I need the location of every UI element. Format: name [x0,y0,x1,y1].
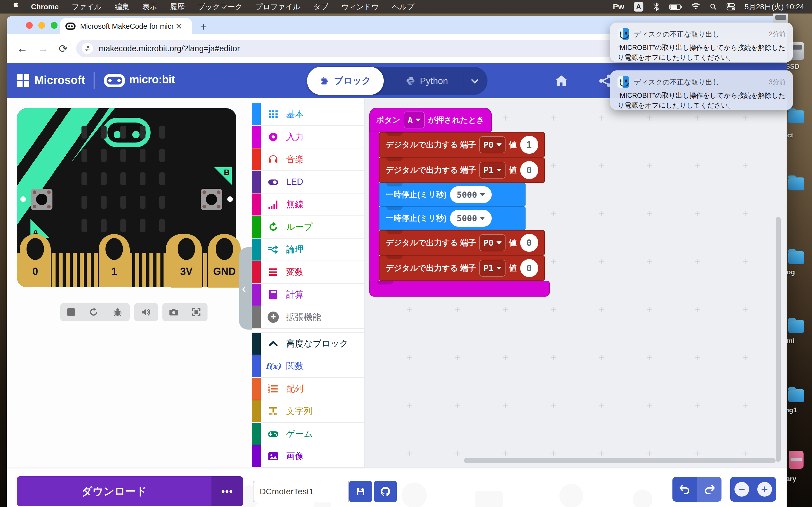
menu-item-history[interactable]: 履歴 [170,2,185,12]
value-socket[interactable]: 1 [520,136,538,154]
block-digital-write[interactable]: デジタルで出力する 端子 P0 値 0 [379,230,545,256]
download-button[interactable]: ダウンロード [17,476,211,506]
github-button[interactable] [374,481,397,502]
notification-disk-eject-1[interactable]: ディスクの不正な取り出し 2分前 “MICROBIT”の取り出し操作をしてから接… [610,22,793,62]
value-socket[interactable]: 0 [520,161,538,179]
control-center-icon[interactable] [726,3,735,10]
back-icon[interactable]: ← [17,43,28,55]
browser-tab[interactable]: Microsoft MakeCode for micr ✕ [60,18,192,34]
desktop-label[interactable]: og [786,268,795,276]
desktop-folder-icon[interactable] [788,389,804,402]
zoom-in-button[interactable]: + [757,482,772,497]
event-block-spine[interactable] [369,132,379,281]
zoom-window-button[interactable] [51,22,57,29]
desktop-folder-icon[interactable] [788,177,804,190]
menu-item-window[interactable]: ウィンドウ [342,2,379,12]
pin-gnd[interactable]: GND [208,234,241,288]
toolbox-item-radio[interactable]: 無線 [252,193,364,216]
pin-3v[interactable]: 3V [171,234,202,288]
bluetooth-off-icon[interactable] [653,3,660,11]
forward-icon[interactable]: → [38,43,49,55]
spotlight-icon[interactable] [710,3,717,10]
microbit-simulator-board[interactable]: A B 0 1 2 [17,108,236,287]
button-b[interactable] [201,189,222,210]
site-settings-icon[interactable] [82,43,93,54]
led-matrix[interactable] [82,126,165,232]
pin-dropdown[interactable]: P1 [479,260,505,277]
toolbox-item-game[interactable]: ゲーム [252,423,364,445]
pause-value-dropdown[interactable]: 5000 [450,210,492,227]
undo-button[interactable] [672,477,697,502]
button-dropdown[interactable]: A [404,112,424,128]
toolbox-item-images[interactable]: 画像 [252,445,364,467]
close-window-button[interactable] [26,22,33,29]
block-pause[interactable]: 一時停止(ミリ秒) 5000 [379,183,525,207]
input-source-icon[interactable]: A [634,2,644,11]
menu-item-chrome[interactable]: Chrome [31,3,59,11]
volume-icon[interactable] [141,307,151,318]
save-button[interactable] [349,481,372,502]
toolbox-item-variables[interactable]: 変数 [252,261,364,284]
pin-dropdown[interactable]: P1 [479,162,505,179]
battery-icon[interactable] [669,4,682,10]
menu-item-edit[interactable]: 編集 [115,2,130,12]
reload-icon[interactable]: ⟳ [59,43,68,55]
menu-item-tab[interactable]: タブ [313,2,328,12]
toolbox-item-basic[interactable]: 基本 [252,103,364,126]
zoom-out-button[interactable]: − [734,482,749,497]
pin-dropdown[interactable]: P0 [479,234,505,251]
value-socket[interactable]: 0 [520,234,538,252]
desktop-label[interactable]: ary [786,475,796,483]
block-digital-write[interactable]: デジタルで出力する 端子 P1 値 0 [379,256,545,281]
wifi-icon[interactable] [692,3,700,10]
toolbox-item-text[interactable]: 文字列 [252,400,364,423]
toolbox-item-functions[interactable]: f(x) 関数 [252,355,364,378]
desktop-folder-icon[interactable] [788,320,804,333]
download-more-button[interactable]: ••• [211,476,243,506]
toolbox-item-arrays[interactable]: 123 配列 [252,378,364,400]
chevron-down-icon[interactable] [470,76,479,86]
pin-0[interactable]: 0 [20,234,51,287]
minimize-window-button[interactable] [38,22,45,29]
block-pause[interactable]: 一時停止(ミリ秒) 5000 [379,207,525,230]
pin-1[interactable]: 1 [99,234,130,287]
vertical-scrollbar[interactable] [776,217,781,462]
toolbox-item-input[interactable]: 入力 [252,126,364,149]
restart-icon[interactable] [88,307,99,318]
event-block-button-pressed[interactable]: ボタン A が押されたとき [369,108,492,132]
value-socket[interactable]: 0 [520,259,538,277]
toolbox-item-advanced[interactable]: 高度なブロック [252,333,364,355]
apple-logo-icon[interactable] [12,3,20,11]
fullscreen-icon[interactable] [191,307,202,318]
onepassword-icon[interactable]: Pw [613,2,624,11]
tab-blocks[interactable]: ブロック [307,67,384,95]
desktop-book-icon[interactable] [789,451,804,469]
notification-disk-eject-2[interactable]: ディスクの不正な取り出し 3分前 “MICROBIT”の取り出し操作をしてから接… [610,70,793,110]
url-text[interactable]: makecode.microbit.org/?lang=ja#editor [99,44,240,53]
tab-close-icon[interactable]: ✕ [175,21,183,31]
toolbox-item-extensions[interactable]: 拡張機能 [252,306,364,329]
debug-icon[interactable] [112,307,123,318]
desktop-label[interactable]: ng1 [785,406,797,414]
desktop-folder-icon[interactable] [788,110,804,123]
event-block-foot[interactable] [369,281,550,297]
pause-value-dropdown[interactable]: 5000 [450,186,492,203]
tab-python[interactable]: Python [392,67,462,95]
stop-icon[interactable] [67,308,75,316]
menu-item-help[interactable]: ヘルプ [392,2,414,12]
project-name-input[interactable] [253,481,349,502]
pin-dropdown[interactable]: P0 [479,136,505,153]
button-a[interactable] [31,189,52,210]
desktop-label[interactable]: mi [786,337,795,345]
menu-clock[interactable]: 5月28日(火) 10:24 [745,2,804,12]
horizontal-scrollbar[interactable] [464,458,776,463]
menu-item-bookmarks[interactable]: ブックマーク [198,2,243,12]
desktop-label[interactable]: SSD [785,62,799,70]
toolbox-item-led[interactable]: LED [252,171,364,193]
block-workspace[interactable]: ++++++++++++++++++++++++++++++++++++++++… [364,98,786,467]
desktop-label[interactable]: ct [787,131,793,139]
block-digital-write[interactable]: デジタルで出力する 端子 P0 値 1 [379,132,545,158]
menu-item-file[interactable]: ファイル [71,2,101,12]
desktop-folder-icon[interactable] [788,251,804,264]
block-digital-write[interactable]: デジタルで出力する 端子 P1 値 0 [379,158,545,183]
